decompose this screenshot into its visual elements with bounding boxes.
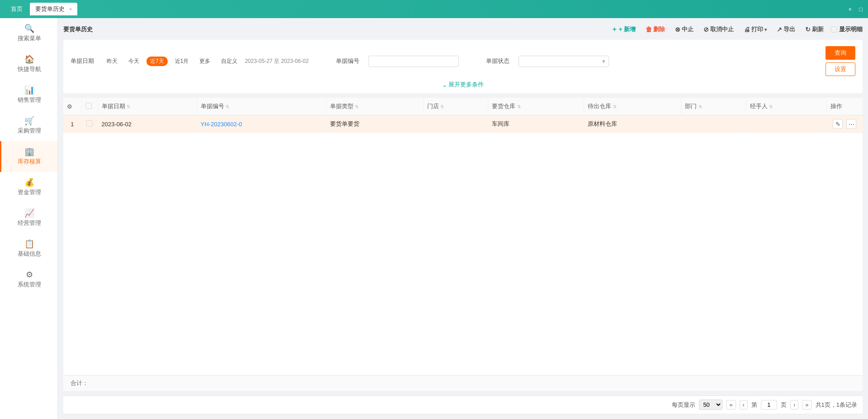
search-icon: 🔍 [24,24,34,33]
td-check [81,115,98,133]
th-docno: 单据编号 ⇅ [197,98,326,115]
page-size-select[interactable]: 50 10 20 100 [699,400,722,410]
query-button[interactable]: 查询 [826,46,855,60]
th-doctype: 单据类型 ⇅ [326,98,423,115]
sidebar-item-inventory[interactable]: 🏢 库存核算 [0,141,57,172]
export-btn[interactable]: ↗ 导出 [774,24,798,35]
delete-btn[interactable]: 🗑 删除 [643,24,668,35]
td-seq: 1 [63,115,81,133]
cancel-stop-icon: ⊘ [703,26,709,33]
th-dept: 部门 ⇅ [681,98,746,115]
refresh-btn-label: 刷新 [812,25,824,33]
sort-reqwarehouse-icon[interactable]: ⇅ [517,104,521,109]
stop-btn[interactable]: ⊗ 中止 [672,24,696,35]
th-shop-label: 门店 [427,103,439,110]
first-page-btn[interactable]: « [726,400,736,409]
tab-active[interactable]: 要货单历史 × [30,3,77,15]
page-input[interactable] [761,400,777,409]
last-page-btn[interactable]: » [802,400,811,409]
delete-btn-label: 删除 [653,25,665,33]
sort-shop-icon[interactable]: ⇅ [440,104,444,109]
sidebar-item-home-label: 快捷导航 [18,65,41,73]
show-detail-toggle[interactable]: 显示明细 [831,25,863,33]
td-shop [423,115,488,133]
th-shop: 门店 ⇅ [423,98,488,115]
expand-chevron-icon: ⌄ [442,81,447,88]
print-dropdown-icon: ▾ [764,27,767,32]
setting-button[interactable]: 设置 [826,62,855,76]
sort-doctype-icon[interactable]: ⇅ [355,104,359,109]
date-btn-more[interactable]: 更多 [196,57,214,66]
sidebar-item-operation[interactable]: 📈 经营管理 [0,203,57,233]
sidebar-item-sales[interactable]: 📊 销售管理 [0,80,57,110]
sidebar-item-basic[interactable]: 📋 基础信息 [0,233,57,264]
basic-icon: 📋 [24,240,34,248]
docno-link[interactable]: YH-20230602-0 [201,121,242,128]
row-edit-btn[interactable]: ✎ [833,119,843,129]
tab-home-label: 首页 [11,5,23,13]
status-select[interactable] [519,56,609,67]
sort-handler-icon[interactable]: ⇅ [769,104,773,109]
th-date: 单据日期 ⇅ [98,98,197,115]
new-btn-label: + 新增 [619,25,636,33]
sidebar-item-system-label: 系统管理 [18,281,41,289]
new-btn[interactable]: ＋ + 新增 [609,24,638,35]
td-dept [681,115,746,133]
select-all-checkbox[interactable] [85,103,92,109]
th-handler-label: 经手人 [750,103,768,110]
export-icon: ↗ [777,26,782,33]
stop-btn-label: 中止 [682,25,693,33]
row-more-btn[interactable]: ⋯ [846,119,856,129]
sidebar-item-purchase-label: 采购管理 [18,127,41,135]
print-btn[interactable]: 🖨 打印 ▾ [741,24,769,35]
th-settings: ⚙ [63,98,81,115]
show-detail-checkbox[interactable] [831,26,837,33]
expand-more-label: 展开更多条件 [448,81,484,89]
sort-date-icon[interactable]: ⇅ [127,104,130,109]
th-pendwarehouse-label: 待出仓库 [588,103,611,110]
date-btn-today[interactable]: 今天 [125,57,143,66]
cancel-stop-btn[interactable]: ⊘ 取消中止 [701,24,736,35]
sidebar-item-finance-label: 资金管理 [18,188,41,196]
th-pendwarehouse: 待出仓库 ⇅ [584,98,681,115]
settings-icon[interactable]: ⚙ [67,103,72,110]
total-label: 合计： [71,380,88,386]
date-btn-1month[interactable]: 近1月 [171,57,193,66]
th-dept-label: 部门 [685,103,697,110]
main-layout: 🔍 搜索菜单 🏠 快捷导航 📊 销售管理 🛒 采购管理 🏢 库存核算 💰 资金管… [0,18,868,419]
tab-close-icon[interactable]: × [69,6,72,12]
date-btn-7days[interactable]: 近7天 [146,57,168,66]
filter-row-expand: ⌄ 展开更多条件 [71,81,855,89]
filter-panel: 单据日期 昨天 今天 近7天 近1月 更多 自定义 2023-05-27 至 2… [63,40,863,93]
sidebar-item-system[interactable]: ⚙ 系统管理 [0,264,57,295]
sidebar-item-home[interactable]: 🏠 快捷导航 [0,49,57,80]
sidebar-item-search[interactable]: 🔍 搜索菜单 [0,18,57,49]
sort-pendwarehouse-icon[interactable]: ⇅ [613,104,617,109]
window-minimize-btn[interactable]: □ [859,6,863,13]
date-btn-yesterday[interactable]: 昨天 [103,57,121,66]
td-reqwarehouse: 车间库 [488,115,584,133]
th-reqwarehouse-label: 要货仓库 [492,103,515,110]
doc-no-input[interactable] [368,56,459,67]
sidebar-item-purchase[interactable]: 🛒 采购管理 [0,110,57,141]
purchase-icon: 🛒 [24,117,34,125]
prev-page-btn[interactable]: ‹ [740,400,748,409]
filter-action-btns: 查询 设置 [826,46,855,76]
system-icon: ⚙ [26,271,33,279]
next-page-btn[interactable]: › [790,400,798,409]
refresh-btn[interactable]: ↻ 刷新 [802,24,826,35]
total-info: 共1页，1条记录 [816,401,857,409]
sort-docno-icon[interactable]: ⇅ [226,104,229,109]
window-close-btn[interactable]: × [849,6,852,13]
filter-row-1: 单据日期 昨天 今天 近7天 近1月 更多 自定义 2023-05-27 至 2… [71,46,855,76]
sort-dept-icon[interactable]: ⇅ [698,104,702,109]
toolbar: ＋ + 新增 🗑 删除 ⊗ 中止 ⊘ 取消中止 🖨 打印 [609,24,863,35]
sidebar-item-search-label: 搜索菜单 [18,34,41,43]
date-btn-custom[interactable]: 自定义 [217,57,241,66]
row-checkbox[interactable] [86,120,93,127]
tab-home[interactable]: 首页 [5,3,28,15]
sidebar-item-finance[interactable]: 💰 资金管理 [0,172,57,203]
expand-more-btn[interactable]: ⌄ 展开更多条件 [442,81,484,89]
td-doctype: 要货单要货 [326,115,423,133]
status-label: 单据状态 [486,57,509,65]
